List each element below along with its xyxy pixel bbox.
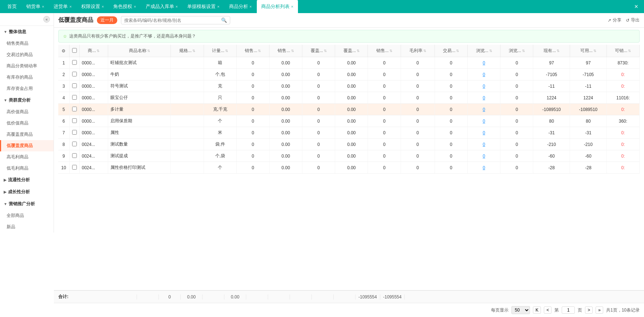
row-browse1[interactable]: 0	[467, 92, 500, 104]
first-page-button[interactable]: K	[533, 306, 541, 314]
sidebar-section-liquidity[interactable]: ▶ 流通性分析	[0, 174, 54, 186]
close-icon[interactable]: ×	[291, 4, 293, 9]
row-sales2: 0.00	[269, 92, 302, 104]
row-checkbox[interactable]	[69, 92, 79, 104]
sidebar-item-high-margin[interactable]: 高毛利商品	[0, 151, 54, 163]
close-icon[interactable]: ×	[102, 4, 104, 9]
close-icon[interactable]: ×	[176, 4, 178, 9]
search-input[interactable]	[124, 18, 221, 23]
row-sales2: 0.00	[269, 162, 302, 174]
spec-column-header: 规格...⇅	[171, 45, 204, 57]
row-unit: 米	[204, 127, 236, 139]
row-sales2: 0.00	[269, 150, 302, 162]
browse1-column-header: 浏览...⇅	[467, 45, 500, 57]
page-number-input[interactable]	[562, 306, 575, 314]
row-checkbox[interactable]	[69, 139, 79, 150]
close-icon[interactable]: ×	[250, 4, 252, 9]
row-sales2: 0.00	[269, 57, 302, 69]
sidebar-item-low-margin[interactable]: 低毛利商品	[0, 163, 54, 174]
row-browse1[interactable]: 0	[467, 150, 500, 162]
checkbox-column-header[interactable]	[69, 45, 79, 57]
row-browse2: 0	[500, 69, 533, 80]
select-all-checkbox[interactable]	[72, 48, 77, 53]
close-all-button[interactable]: ×	[631, 3, 641, 11]
nav-product-analysis-list[interactable]: 商品分析列表 ×	[257, 0, 298, 13]
sidebar-section-marketing[interactable]: ▼ 营销推广分析	[0, 198, 54, 210]
nav-permission[interactable]: 权限设置 ×	[77, 0, 108, 13]
row-trade: 0	[435, 69, 467, 80]
row-trade: 0	[435, 162, 467, 174]
share-button[interactable]: ↗ 分享	[608, 17, 621, 23]
sidebar-item-low-value[interactable]: 低价值商品	[0, 118, 54, 129]
nav-home[interactable]: 首页	[3, 0, 21, 13]
nav-product-warehouse[interactable]: 产成品入库单 ×	[141, 0, 182, 13]
row-cover2: 0.00	[335, 104, 368, 115]
close-icon[interactable]: ×	[134, 4, 136, 9]
sidebar-collapse-button[interactable]: «	[43, 16, 50, 23]
row-current: 80	[533, 115, 570, 127]
close-icon[interactable]: ×	[217, 4, 219, 9]
row-browse1[interactable]: 0	[467, 57, 500, 69]
table-row: 100024...属性价格打印测试个00.0000.0000000-28-280…	[58, 162, 640, 174]
data-table-container: ⚙ 商...⇅ 商品名称⇅ 规格...⇅ 计量...⇅ 销售...⇅ 销售...…	[58, 45, 640, 290]
sidebar-item-all-goods[interactable]: 全部商品	[0, 210, 54, 221]
sidebar-item-low-coverage[interactable]: 低覆盖度商品	[0, 140, 54, 151]
row-margin: 0	[401, 92, 435, 104]
nav-product-analysis[interactable]: 商品分析 ×	[225, 0, 256, 13]
row-cover2: 0.00	[335, 127, 368, 139]
row-checkbox[interactable]	[69, 162, 79, 174]
next-page-button[interactable]: >	[585, 306, 593, 314]
row-checkbox[interactable]	[69, 104, 79, 115]
row-browse1[interactable]: 0	[467, 115, 500, 127]
row-checkbox[interactable]	[69, 80, 79, 92]
nav-purchase-order[interactable]: 进货单 ×	[49, 0, 76, 13]
chevron-down-icon: ▼	[4, 30, 7, 34]
export-button[interactable]: ↺ 导出	[626, 17, 640, 23]
table-row: 80024...测试数量袋,件00.0000.0000000-210-2100:	[58, 139, 640, 150]
row-cover1: 0	[302, 92, 335, 104]
time-filter-button[interactable]: 近一月	[97, 16, 117, 24]
row-checkbox[interactable]	[69, 150, 79, 162]
row-browse2: 0	[500, 57, 533, 69]
sidebar-section-overview[interactable]: ▼ 整体信息	[0, 26, 54, 38]
sidebar-item-stocked-goods[interactable]: 有库存的商品	[0, 72, 54, 83]
row-checkbox[interactable]	[69, 69, 79, 80]
row-available: -31	[570, 127, 607, 139]
sidebar-item-new-goods[interactable]: 新品	[0, 221, 54, 233]
sidebar-item-traded-goods[interactable]: 交易过的商品	[0, 49, 54, 60]
row-browse1[interactable]: 0	[467, 80, 500, 92]
row-checkbox[interactable]	[69, 115, 79, 127]
prev-page-button[interactable]: <	[544, 306, 551, 314]
nav-sales-order[interactable]: 销货单 ×	[22, 0, 48, 13]
row-browse1[interactable]: 0	[467, 139, 500, 150]
row-browse1[interactable]: 0	[467, 127, 500, 139]
sidebar-item-high-coverage[interactable]: 高覆盖度商品	[0, 129, 54, 140]
sidebar-section-cluster-analysis[interactable]: ▼ 类群度分析	[0, 94, 54, 106]
sidebar-item-sales-goods[interactable]: 销售类商品	[0, 38, 54, 49]
sidebar-item-high-value[interactable]: 高价值商品	[0, 106, 54, 118]
row-checkbox[interactable]	[69, 127, 79, 139]
settings-column-header[interactable]: ⚙	[58, 45, 69, 57]
row-checkbox[interactable]	[69, 57, 79, 69]
row-cover2: 0.00	[335, 92, 368, 104]
close-icon[interactable]: ×	[69, 4, 71, 9]
row-browse1[interactable]: 0	[467, 162, 500, 174]
row-sales3: 0	[368, 162, 401, 174]
sidebar-section-growth[interactable]: ▶ 成长性分析	[0, 186, 54, 198]
row-browse1[interactable]: 0	[467, 69, 500, 80]
available-column-header: 可用...⇅	[570, 45, 607, 57]
nav-role-auth[interactable]: 角色授权 ×	[109, 0, 140, 13]
last-page-button[interactable]: »	[596, 306, 603, 314]
nav-template-settings[interactable]: 单据模板设置 ×	[183, 0, 224, 13]
sidebar-item-category-turnover[interactable]: 商品分类销动率	[0, 60, 54, 72]
row-browse2: 0	[500, 104, 533, 115]
page-size-select[interactable]: 50 20 100	[511, 306, 530, 314]
row-code: 0000...	[79, 69, 108, 80]
row-code: 0000...	[79, 104, 108, 115]
current-column-header: 现有...⇅	[533, 45, 570, 57]
close-icon[interactable]: ×	[42, 4, 44, 9]
table-row: 40000...眼宝公仔只00.0000.0000000122412241101…	[58, 92, 640, 104]
row-browse1[interactable]: 0	[467, 104, 500, 115]
row-sales3: 0	[368, 104, 401, 115]
sidebar-item-inventory-capital[interactable]: 库存资金占用	[0, 83, 54, 94]
